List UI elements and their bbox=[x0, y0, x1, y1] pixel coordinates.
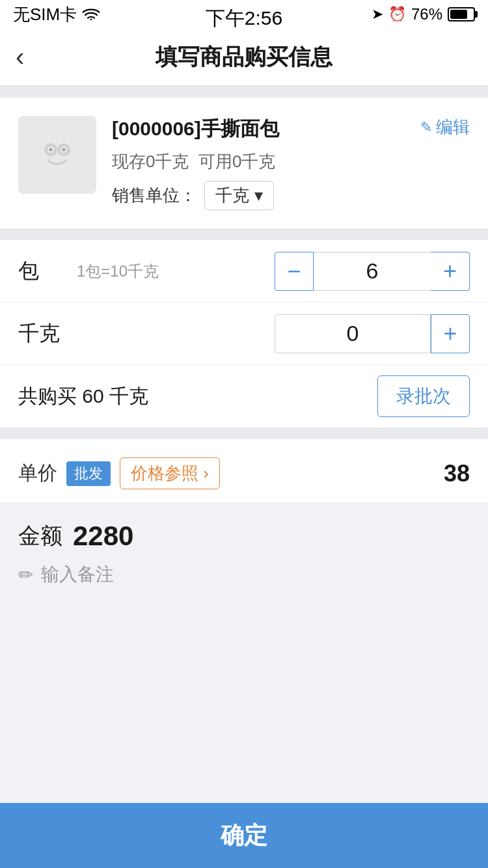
bag-sublabel: 1包=10千克 bbox=[77, 261, 275, 282]
confirm-button-label: 确定 bbox=[221, 820, 267, 852]
back-button[interactable]: ‹ bbox=[16, 42, 24, 72]
product-unit: 销售单位： 千克 ▾ bbox=[112, 181, 470, 210]
bag-row: 包 1包=10千克 − + bbox=[0, 240, 488, 303]
top-divider bbox=[0, 86, 488, 98]
bag-decrement-button[interactable]: − bbox=[275, 252, 314, 291]
batch-button[interactable]: 录批次 bbox=[377, 375, 470, 417]
confirm-button[interactable]: 确定 bbox=[0, 803, 488, 868]
bag-quantity-control: − + bbox=[275, 252, 470, 291]
time-display: 下午2:56 bbox=[206, 5, 282, 32]
bag-input[interactable] bbox=[314, 252, 431, 291]
bag-increment-button[interactable]: + bbox=[431, 252, 470, 291]
alarm-icon: ⏰ bbox=[388, 6, 406, 23]
amount-value: 2280 bbox=[73, 521, 133, 552]
battery-percent: 76% bbox=[411, 5, 442, 23]
battery-icon bbox=[448, 7, 475, 21]
unit-dropdown[interactable]: 千克 ▾ bbox=[204, 181, 274, 210]
location-icon: ➤ bbox=[372, 6, 383, 23]
svg-point-5 bbox=[49, 148, 53, 152]
content-filler bbox=[0, 600, 488, 808]
kilogram-row: 千克 + bbox=[0, 303, 488, 365]
form-section: 包 1包=10千克 − + 千克 + bbox=[0, 240, 488, 365]
status-left: 无SIM卡 bbox=[13, 3, 100, 26]
dropdown-arrow-icon: ▾ bbox=[254, 185, 263, 206]
summary-divider bbox=[0, 427, 488, 439]
note-row[interactable]: ✏ 输入备注 bbox=[18, 562, 470, 587]
wifi-icon bbox=[82, 5, 100, 25]
edit-button[interactable]: ✎ 编辑 bbox=[420, 116, 470, 139]
kilogram-increment-button[interactable]: + bbox=[431, 314, 470, 353]
amount-section: 金额 2280 ✏ 输入备注 bbox=[0, 502, 488, 600]
price-tag: 批发 bbox=[66, 461, 111, 486]
kilogram-input[interactable] bbox=[275, 314, 431, 353]
summary-text: 共购买 60 千克 bbox=[18, 383, 377, 410]
price-row: 单价 批发 价格参照 › 38 bbox=[18, 457, 470, 489]
status-right: ➤ ⏰ 76% bbox=[372, 5, 475, 23]
product-image bbox=[18, 116, 96, 194]
status-bar: 无SIM卡 下午2:56 ➤ ⏰ 76% bbox=[0, 0, 488, 29]
nav-bar: ‹ 填写商品购买信息 bbox=[0, 29, 488, 86]
bag-label: 包 bbox=[18, 257, 70, 286]
note-placeholder: 输入备注 bbox=[41, 562, 114, 587]
pencil-icon: ✏ bbox=[18, 564, 33, 586]
price-value: 38 bbox=[444, 460, 470, 487]
amount-label: 金额 bbox=[18, 521, 62, 551]
page-title: 填写商品购买信息 bbox=[156, 42, 332, 72]
edit-icon: ✎ bbox=[420, 119, 432, 136]
kilogram-quantity-control: + bbox=[275, 314, 470, 353]
price-label: 单价 bbox=[18, 460, 57, 487]
amount-row: 金额 2280 bbox=[18, 521, 470, 552]
svg-point-0 bbox=[90, 18, 92, 20]
svg-point-6 bbox=[62, 148, 66, 152]
product-info: [0000006]手撕面包 现存0千克 可用0千克 销售单位： 千克 ▾ bbox=[112, 116, 470, 210]
kilogram-label: 千克 bbox=[18, 319, 70, 348]
price-reference-button[interactable]: 价格参照 › bbox=[120, 457, 220, 489]
price-section: 单价 批发 价格参照 › 38 bbox=[0, 439, 488, 502]
product-name: [0000006]手撕面包 bbox=[112, 116, 470, 142]
product-card: [0000006]手撕面包 现存0千克 可用0千克 销售单位： 千克 ▾ ✎ 编… bbox=[0, 98, 488, 228]
summary-row: 共购买 60 千克 录批次 bbox=[0, 365, 488, 427]
carrier-text: 无SIM卡 bbox=[13, 3, 77, 26]
mid-divider bbox=[0, 228, 488, 240]
product-stock: 现存0千克 可用0千克 bbox=[112, 150, 470, 173]
